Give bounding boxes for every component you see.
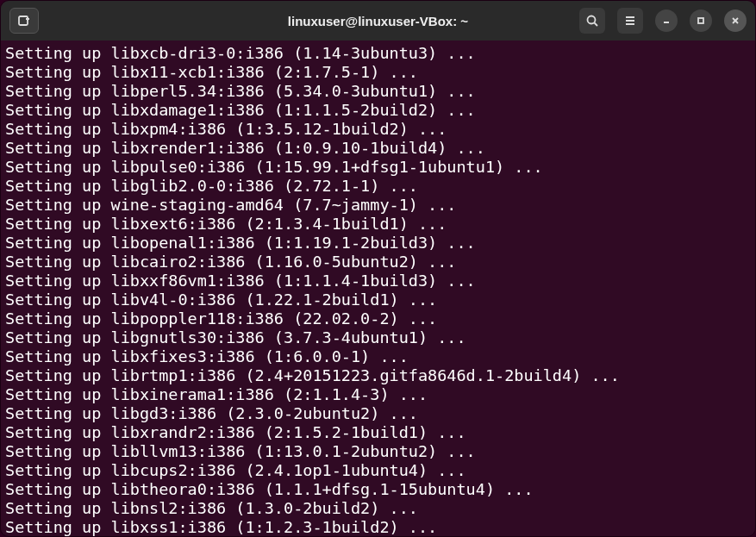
output-line: Setting up libpoppler118:i386 (22.02.0-2… (5, 309, 751, 328)
output-line: Setting up libtheora0:i386 (1.1.1+dfsg.1… (5, 480, 751, 499)
output-line: Setting up libgnutls30:i386 (3.7.3-4ubun… (5, 328, 751, 347)
output-line: Setting up libnsl2:i386 (1.3.0-2build2) … (5, 499, 751, 518)
output-line: Setting up libxdamage1:i386 (1:1.1.5-2bu… (5, 101, 751, 120)
window-title: linuxuser@linuxuser-VBox: ~ (288, 14, 468, 28)
output-line: Setting up libperl5.34:i386 (5.34.0-3ubu… (5, 82, 751, 101)
output-line: Setting up libx11-xcb1:i386 (2:1.7.5-1) … (5, 63, 751, 82)
output-line: Setting up libopenal1:i386 (1:1.19.1-2bu… (5, 234, 751, 253)
menu-button[interactable] (617, 8, 643, 34)
output-line: Setting up libglib2.0-0:i386 (2.72.1-1) … (5, 177, 751, 196)
output-line: Setting up libxext6:i386 (2:1.3.4-1build… (5, 215, 751, 234)
search-icon (585, 14, 599, 28)
window-controls (579, 8, 747, 34)
output-line: Setting up librtmp1:i386 (2.4+20151223.g… (5, 366, 751, 385)
output-line: Setting up libxrender1:i386 (1:0.9.10-1b… (5, 139, 751, 158)
minimize-button[interactable] (655, 9, 678, 32)
output-line: Setting up libcups2:i386 (2.4.1op1-1ubun… (5, 461, 751, 480)
svg-rect-0 (19, 16, 28, 25)
output-line: Setting up libxfixes3:i386 (1:6.0.0-1) .… (5, 347, 751, 366)
new-tab-button[interactable] (9, 8, 39, 34)
minimize-icon (661, 16, 672, 26)
output-line: Setting up libxcb-dri3-0:i386 (1.14-3ubu… (5, 44, 751, 63)
output-line: Setting up libcairo2:i386 (1.16.0-5ubunt… (5, 253, 751, 272)
output-line: Setting up libllvm13:i386 (1:13.0.1-2ubu… (5, 442, 751, 461)
output-line: Setting up libxss1:i386 (1:1.2.3-1build2… (5, 518, 751, 536)
output-line: Setting up libxpm4:i386 (1:3.5.12-1build… (5, 120, 751, 139)
svg-point-3 (588, 16, 596, 24)
search-button[interactable] (579, 8, 605, 34)
close-icon (730, 16, 740, 26)
hamburger-icon (623, 14, 637, 28)
titlebar: linuxuser@linuxuser-VBox: ~ (1, 1, 755, 41)
output-line: Setting up libxxf86vm1:i386 (1:1.1.4-1bu… (5, 272, 751, 290)
output-line: Setting up wine-staging-amd64 (7.7~jammy… (5, 196, 751, 215)
maximize-icon (696, 16, 706, 26)
svg-rect-9 (698, 18, 703, 23)
output-line: Setting up libpulse0:i386 (1:15.99.1+dfs… (5, 158, 751, 177)
maximize-button[interactable] (690, 9, 712, 32)
close-button[interactable] (724, 9, 747, 32)
output-line: Setting up libxrandr2:i386 (2:1.5.2-1bui… (5, 423, 751, 442)
output-line: Setting up libgd3:i386 (2.3.0-2ubuntu2) … (5, 404, 751, 423)
output-line: Setting up libxinerama1:i386 (2:1.1.4-3)… (5, 385, 751, 404)
terminal-output[interactable]: Setting up libxcb-dri3-0:i386 (1.14-3ubu… (1, 41, 755, 536)
svg-line-4 (595, 23, 598, 27)
new-tab-icon (17, 14, 31, 28)
output-line: Setting up libv4l-0:i386 (1.22.1-2build1… (5, 290, 751, 309)
